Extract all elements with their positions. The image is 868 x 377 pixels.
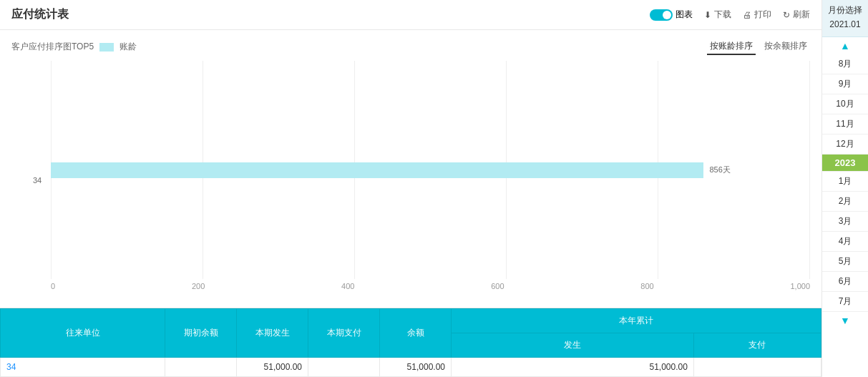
col-ytd-occurrence: 发生 [452, 333, 694, 358]
cell-unit: 34 [1, 358, 165, 377]
col-occurrence: 本期发生 [237, 309, 308, 358]
month-item-1[interactable]: 1月 [822, 172, 868, 192]
print-label: 打印 [754, 9, 771, 21]
chart-plot-area: 856天 [51, 61, 810, 279]
month-item-5[interactable]: 5月 [822, 252, 868, 272]
col-ytd-payment: 支付 [693, 333, 821, 358]
chart-header: 客户应付排序图TOP5 账龄 按账龄排序 按余额排序 [11, 39, 810, 55]
cell-balance: 51,000.00 [380, 358, 452, 377]
nav-down-button[interactable]: ▼ [822, 312, 868, 329]
x-label-600: 600 [491, 282, 504, 290]
x-label-200: 200 [192, 282, 205, 290]
x-label-0: 0 [51, 282, 55, 290]
chart-legend-label: 客户应付排序图TOP5 [11, 41, 94, 53]
refresh-label: 刷新 [793, 9, 810, 21]
x-label-400: 400 [341, 282, 354, 290]
print-icon: 🖨 [743, 10, 751, 20]
sidebar-nav: ▲ 8月 9月 10月 11月 12月 2023 1月 2月 3月 4月 5月 … [822, 37, 868, 377]
chart-toggle[interactable] [650, 9, 673, 21]
x-label-1000: 1,000 [790, 282, 810, 290]
cell-ytd-occurrence: 51,000.00 [452, 358, 694, 377]
cell-ytd-payment [693, 358, 821, 377]
chart-section: 客户应付排序图TOP5 账龄 按账龄排序 按余额排序 [0, 30, 821, 308]
chart-toggle-wrap[interactable]: 图表 [650, 9, 693, 21]
col-ytd: 本年累计 [452, 309, 821, 333]
chart-toggle-label: 图表 [676, 9, 693, 21]
legend-box [99, 43, 114, 52]
col-payment: 本期支付 [308, 309, 380, 358]
month-item-8[interactable]: 8月 [822, 54, 868, 74]
chart-legend: 客户应付排序图TOP5 账龄 [11, 41, 137, 53]
cell-occurrence: 51,000.00 [237, 358, 308, 377]
month-item-6[interactable]: 6月 [822, 272, 868, 292]
cell-opening [165, 358, 237, 377]
month-item-4[interactable]: 4月 [822, 232, 868, 252]
sort-by-balance-button[interactable]: 按账龄排序 [707, 39, 756, 55]
legend-box-label: 账龄 [120, 41, 137, 53]
print-button[interactable]: 🖨 打印 [743, 9, 771, 21]
month-item-7[interactable]: 7月 [822, 292, 868, 312]
unit-link[interactable]: 34 [6, 362, 16, 372]
bar [51, 162, 703, 178]
table-section: 往来单位 期初余额 本期发生 本期支付 余额 本年累计 发生 支付 34 [0, 308, 821, 377]
month-item-3[interactable]: 3月 [822, 212, 868, 232]
page-header: 应付统计表 图表 ⬇ 下载 🖨 打印 ↻ 刷新 [0, 0, 821, 30]
col-unit: 往来单位 [1, 309, 165, 358]
header-actions: 图表 ⬇ 下载 🖨 打印 ↻ 刷新 [650, 9, 810, 21]
page-title: 应付统计表 [11, 7, 650, 22]
x-label-800: 800 [640, 282, 653, 290]
x-axis: 0 200 400 600 800 1,000 [51, 279, 810, 299]
chart-body: 856天 34 0 200 400 600 800 1,000 [11, 61, 810, 299]
sidebar: 月份选择 ▲ 8月 9月 10月 11月 12月 2023 1月 2月 3月 4… [821, 0, 868, 377]
download-icon: ⬇ [704, 10, 711, 20]
sidebar-header-label: 月份选择 [825, 4, 865, 16]
cell-payment [308, 358, 380, 377]
year-marker: 2023 [822, 155, 868, 172]
bar-row: 856天 [51, 162, 810, 178]
chart-sort: 按账龄排序 按余额排序 [707, 39, 810, 55]
sidebar-header: 月份选择 [822, 0, 868, 37]
bar-label-right: 856天 [709, 165, 730, 175]
month-item-9[interactable]: 9月 [822, 74, 868, 94]
col-opening: 期初余额 [165, 309, 237, 358]
month-item-2[interactable]: 2月 [822, 192, 868, 212]
download-label: 下载 [714, 9, 731, 21]
year-input[interactable] [825, 16, 865, 32]
month-item-11[interactable]: 11月 [822, 114, 868, 134]
col-balance: 余额 [380, 309, 452, 358]
refresh-icon: ↻ [783, 10, 790, 20]
table-row: 34 51,000.00 51,000.00 51,000.00 [1, 358, 821, 377]
month-item-12[interactable]: 12月 [822, 134, 868, 155]
download-button[interactable]: ⬇ 下载 [704, 9, 731, 21]
month-item-10[interactable]: 10月 [822, 94, 868, 114]
nav-up-button[interactable]: ▲ [822, 37, 868, 54]
data-table: 往来单位 期初余额 本期发生 本期支付 余额 本年累计 发生 支付 34 [0, 308, 821, 377]
refresh-button[interactable]: ↻ 刷新 [783, 9, 810, 21]
y-axis-label: 34 [33, 176, 42, 185]
sort-by-amount-button[interactable]: 按余额排序 [761, 39, 810, 55]
